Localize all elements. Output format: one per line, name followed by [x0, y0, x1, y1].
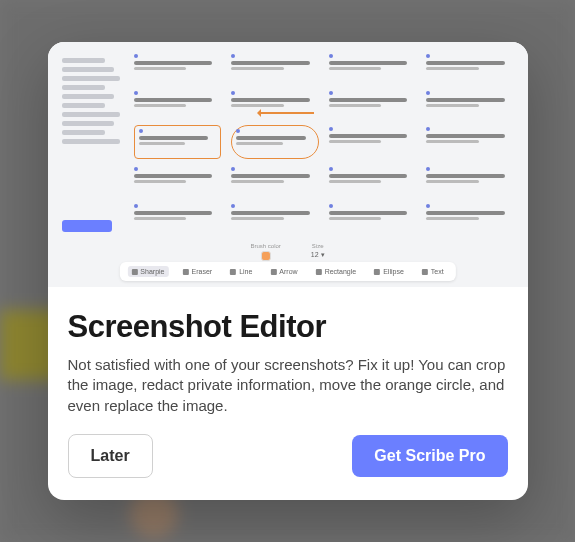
modal-overlay: Brush color Size 12 ▾ Sharpie Eraser — [0, 0, 575, 542]
preview-grid — [62, 52, 514, 232]
preview-sidebar-button — [62, 220, 112, 232]
swatch-left-label: Brush color — [250, 243, 280, 249]
arrow-icon — [270, 269, 276, 275]
preview-cards — [134, 52, 514, 232]
screenshot-editor-modal: Brush color Size 12 ▾ Sharpie Eraser — [48, 42, 528, 500]
preview-swatch-row: Brush color Size 12 ▾ — [250, 243, 324, 261]
eraser-icon — [183, 269, 189, 275]
tool-ellipse: Ellipse — [370, 266, 408, 277]
preview-illustration: Brush color Size 12 ▾ Sharpie Eraser — [48, 42, 528, 287]
modal-title: Screenshot Editor — [68, 309, 508, 345]
tool-eraser: Eraser — [179, 266, 217, 277]
modal-description: Not satisfied with one of your screensho… — [68, 355, 508, 416]
line-icon — [230, 269, 236, 275]
preview-highlighted-card — [134, 125, 222, 159]
preview-arrow-annotation — [258, 112, 314, 114]
modal-content: Screenshot Editor Not satisfied with one… — [48, 287, 528, 500]
tool-rectangle: Rectangle — [312, 266, 361, 277]
tool-line: Line — [226, 266, 256, 277]
ellipse-icon — [374, 269, 380, 275]
tool-sharpie: Sharpie — [127, 266, 168, 277]
preview-sidebar — [62, 52, 124, 232]
swatch-right-label: Size — [312, 243, 324, 249]
preview-circled-card — [231, 125, 319, 159]
size-value: 12 ▾ — [311, 251, 325, 259]
color-swatch — [261, 251, 271, 261]
tool-arrow: Arrow — [266, 266, 301, 277]
later-button[interactable]: Later — [68, 434, 153, 478]
text-icon — [422, 269, 428, 275]
modal-actions: Later Get Scribe Pro — [68, 434, 508, 478]
tool-text: Text — [418, 266, 448, 277]
editor-toolbar: Sharpie Eraser Line Arrow Rectangle — [119, 262, 455, 281]
sharpie-icon — [131, 269, 137, 275]
rectangle-icon — [316, 269, 322, 275]
get-pro-button[interactable]: Get Scribe Pro — [352, 435, 507, 477]
